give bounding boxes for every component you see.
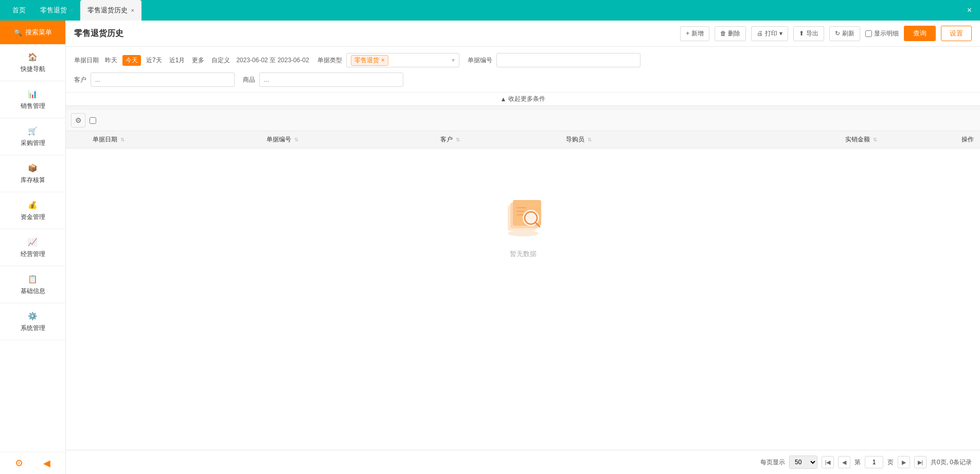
sidebar-item-operations[interactable]: 📈 经营管理 — [0, 229, 65, 266]
sidebar-item-shortcuts[interactable]: 🏠 快捷导航 — [0, 44, 65, 81]
page-size-label: 每页显示 — [760, 458, 785, 467]
sidebar-item-inventory-label: 库存核算 — [21, 176, 45, 185]
page-size-select[interactable]: 10 20 50 100 — [789, 455, 817, 469]
delete-button[interactable]: 🗑 删除 — [715, 26, 746, 41]
main-layout: 🔍 搜索菜单 🏠 快捷导航 📊 销售管理 🛒 采购管理 📦 库存核算 💰 资金管… — [0, 21, 980, 474]
system-icon: ⚙️ — [27, 311, 39, 322]
type-filter-select[interactable]: 零售退货 × ▾ — [346, 53, 459, 67]
tab-retail-return-history[interactable]: 零售退货历史 × — [80, 0, 141, 21]
svg-point-0 — [508, 230, 539, 236]
select-all-checkbox[interactable] — [90, 117, 96, 124]
prev-page-button[interactable]: ◀ — [838, 456, 850, 468]
last-page-button[interactable]: ▶| — [914, 456, 926, 468]
date-option-1month[interactable]: 近1月 — [167, 55, 187, 66]
type-tag-text: 零售退货 — [354, 56, 379, 65]
sidebar-item-purchase[interactable]: 🛒 采购管理 — [0, 118, 65, 155]
sidebar-search-label: 搜索菜单 — [25, 28, 52, 37]
customer-input[interactable] — [91, 72, 235, 87]
first-page-button[interactable]: |◀ — [822, 456, 834, 468]
customer-filter-group: 客户 — [74, 72, 235, 87]
sidebar-item-system[interactable]: ⚙️ 系统管理 — [0, 303, 65, 340]
settings-bottom-icon[interactable]: ⚙ — [15, 458, 23, 469]
sidebar-item-operations-label: 经营管理 — [21, 250, 45, 259]
type-tag-close[interactable]: × — [381, 57, 385, 64]
date-option-today[interactable]: 今天 — [122, 55, 141, 66]
settings-button[interactable]: 设置 — [941, 26, 972, 41]
tab-home-label: 首页 — [12, 6, 26, 15]
sidebar-item-system-label: 系统管理 — [21, 324, 45, 333]
print-label: 打印 — [765, 29, 777, 38]
sidebar-bottom: ⚙ ◀ — [0, 452, 65, 474]
sidebar-item-basic-info[interactable]: 📋 基础信息 — [0, 266, 65, 303]
date-range-display: 2023-06-02 至 2023-06-02 — [236, 56, 309, 65]
table-settings-icon[interactable]: ⚙ — [71, 113, 85, 127]
new-button[interactable]: + 新增 — [680, 26, 709, 41]
collapse-icon: ▲ — [501, 96, 507, 103]
page-header: 零售退货历史 + 新增 🗑 删除 🖨 打印 ▾ ⬆ 导出 ↻ 刷新 — [66, 21, 980, 47]
collapse-button[interactable]: ▲ 收起更多条件 — [66, 92, 980, 105]
next-page-button[interactable]: ▶ — [898, 456, 910, 468]
th-customer-label: 客户 — [440, 136, 453, 143]
close-tab-retail-return-history[interactable]: × — [131, 7, 134, 13]
refresh-icon: ↻ — [835, 30, 840, 37]
date-option-custom[interactable]: 自定义 — [209, 55, 232, 66]
total-text: 共0页, 0条记录 — [931, 458, 972, 467]
sidebar-search[interactable]: 🔍 搜索菜单 — [0, 21, 65, 44]
table-toolbar: ⚙ — [66, 110, 980, 131]
th-customer-sort: ⇅ — [456, 137, 460, 142]
collapse-sidebar-icon[interactable]: ◀ — [43, 458, 50, 469]
empty-icon — [497, 190, 549, 241]
export-label: 导出 — [806, 29, 818, 38]
sidebar-item-finance-label: 资金管理 — [21, 213, 45, 222]
date-filter-label: 单据日期 — [74, 56, 99, 65]
shortcuts-icon: 🏠 — [27, 51, 39, 63]
empty-state: 暂无数据 — [66, 149, 980, 279]
th-customer[interactable]: 客户 ⇅ — [434, 131, 560, 149]
page-goto-label: 第 — [854, 458, 861, 467]
print-button[interactable]: 🖨 打印 ▾ — [751, 26, 788, 41]
date-option-more[interactable]: 更多 — [190, 55, 206, 66]
type-tag: 零售退货 × — [351, 55, 388, 66]
current-page-input[interactable] — [865, 456, 883, 468]
sidebar-item-sales-label: 销售管理 — [21, 102, 45, 111]
voucher-filter-label: 单据编号 — [468, 56, 492, 65]
th-date-label: 单据日期 — [93, 136, 117, 143]
print-dropdown-icon: ▾ — [779, 30, 782, 37]
sidebar-item-inventory[interactable]: 📦 库存核算 — [0, 155, 65, 192]
goods-input[interactable] — [259, 72, 403, 87]
export-icon: ⬆ — [799, 30, 804, 37]
show-detail-checkbox-label[interactable]: 显示明细 — [865, 29, 899, 38]
filter-row-1: 单据日期 昨天 今天 近7天 近1月 更多 自定义 2023-06-02 至 2… — [74, 53, 972, 67]
tab-home[interactable]: 首页 — [5, 0, 33, 21]
th-amount[interactable]: 实销金额 ⇅ — [709, 131, 883, 149]
tab-retail-return[interactable]: 零售退货 × — [33, 0, 80, 21]
th-date[interactable]: 单据日期 ⇅ — [86, 131, 260, 149]
sidebar-item-sales[interactable]: 📊 销售管理 — [0, 81, 65, 118]
th-select — [66, 131, 86, 149]
table-container: ⚙ 单据日期 ⇅ 单据编号 ⇅ — [66, 110, 980, 450]
show-detail-text: 显示明细 — [874, 29, 899, 38]
inventory-icon: 📦 — [27, 162, 39, 174]
sidebar-item-purchase-label: 采购管理 — [21, 139, 45, 148]
type-select-arrow: ▾ — [452, 57, 455, 64]
close-tab-retail-return[interactable]: × — [70, 7, 73, 13]
filter-area: 单据日期 昨天 今天 近7天 近1月 更多 自定义 2023-06-02 至 2… — [66, 47, 980, 106]
show-detail-checkbox[interactable] — [865, 30, 872, 37]
th-number[interactable]: 单据编号 ⇅ — [260, 131, 434, 149]
customer-filter-label: 客户 — [74, 76, 86, 84]
goods-filter-group: 商品 — [243, 72, 403, 87]
window-close-icon[interactable]: × — [967, 6, 972, 15]
sidebar: 🔍 搜索菜单 🏠 快捷导航 📊 销售管理 🛒 采购管理 📦 库存核算 💰 资金管… — [0, 21, 66, 474]
date-option-7days[interactable]: 近7天 — [144, 55, 164, 66]
type-filter-label: 单据类型 — [317, 56, 342, 65]
th-number-label: 单据编号 — [266, 136, 291, 143]
voucher-input[interactable] — [496, 53, 640, 67]
th-guide[interactable]: 导购员 ⇅ — [560, 131, 709, 149]
export-button[interactable]: ⬆ 导出 — [793, 26, 824, 41]
date-filter-group: 单据日期 昨天 今天 近7天 近1月 更多 自定义 2023-06-02 至 2… — [74, 55, 309, 66]
query-button[interactable]: 查询 — [904, 26, 936, 41]
date-option-yesterday[interactable]: 昨天 — [103, 55, 119, 66]
type-filter-group: 单据类型 零售退货 × ▾ — [317, 53, 459, 67]
sidebar-item-finance[interactable]: 💰 资金管理 — [0, 192, 65, 229]
refresh-button[interactable]: ↻ 刷新 — [829, 26, 860, 41]
